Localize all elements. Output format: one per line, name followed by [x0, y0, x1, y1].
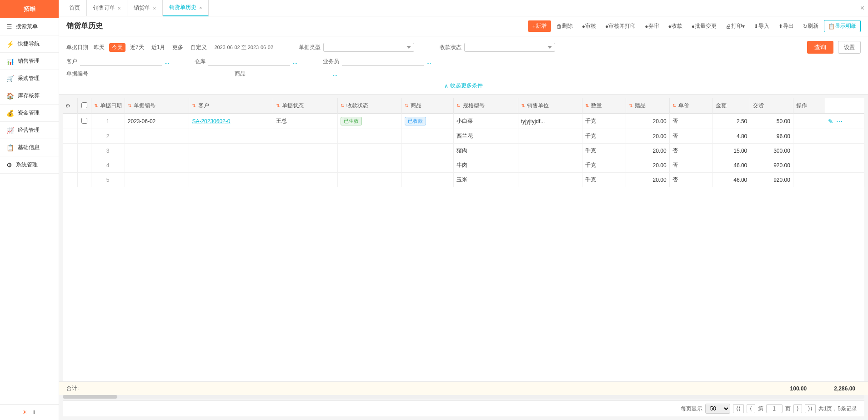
- batch-change-button[interactable]: ● 批量变更: [688, 20, 720, 32]
- batch-change-icon: ●: [692, 23, 695, 30]
- date-btn-yesterday[interactable]: 昨天: [91, 43, 107, 52]
- warehouse-input[interactable]: [208, 57, 290, 66]
- delete-button[interactable]: 🗑 删除: [553, 20, 577, 32]
- scrollbar-thumb[interactable]: [63, 395, 117, 399]
- goods-picker-icon[interactable]: ...: [333, 71, 337, 77]
- col-goods[interactable]: ⇅ 商品: [402, 98, 454, 114]
- cell-checkbox[interactable]: [77, 129, 91, 144]
- settings-gear-icon[interactable]: ⚙: [65, 103, 70, 109]
- cell-customer: [273, 129, 337, 144]
- table-row: 3 猪肉 千克 20.00 否 15.00 300.00: [63, 144, 864, 158]
- query-button[interactable]: 查询: [807, 41, 833, 54]
- sidebar-item-sales-mgmt[interactable]: 📊 销售管理: [0, 53, 59, 70]
- show-detail-button[interactable]: 📋 显示明细: [824, 20, 861, 32]
- close-sales-order-icon[interactable]: ×: [118, 5, 120, 11]
- tab-sales-order[interactable]: 销售订单 ×: [87, 0, 127, 16]
- col-spec[interactable]: ⇅ 规格型号: [454, 98, 518, 114]
- cell-doc-no: [189, 158, 273, 173]
- select-all-checkbox[interactable]: [81, 102, 87, 108]
- warehouse-picker-icon[interactable]: ...: [293, 59, 297, 65]
- col-doc-date[interactable]: ⇅ 单据日期: [91, 98, 125, 114]
- cell-payment-status: 已收款: [402, 114, 454, 129]
- first-page-button[interactable]: ⟨⟨: [733, 404, 744, 413]
- col-sales-unit[interactable]: ⇅ 销售单位: [518, 98, 582, 114]
- close-sales-history-icon[interactable]: ×: [199, 5, 202, 10]
- employee-picker-icon[interactable]: ...: [426, 59, 431, 65]
- sidebar-item-search-menu[interactable]: ☰ 搜索菜单: [0, 18, 59, 35]
- docno-input[interactable]: [91, 70, 209, 78]
- sidebar-bottom-icon2[interactable]: ⏸: [31, 409, 36, 415]
- edit-icon[interactable]: ✎: [828, 118, 833, 125]
- collect-button[interactable]: ● 收款: [665, 20, 686, 32]
- audit-button[interactable]: ● 审核: [578, 20, 600, 32]
- sidebar-item-sys-mgmt[interactable]: ⚙ 系统管理: [0, 156, 59, 174]
- print-button[interactable]: 🖨 打印 ▾: [722, 20, 748, 32]
- col-payment-status[interactable]: ⇅ 收款状态: [337, 98, 401, 114]
- per-page-label: 每页显示: [681, 405, 702, 413]
- cell-checkbox[interactable]: [77, 173, 91, 187]
- prev-page-button[interactable]: ⟨: [747, 404, 755, 413]
- sidebar-item-quick-nav[interactable]: ⚡ 快捷导航: [0, 35, 59, 53]
- col-checkbox: [77, 98, 91, 114]
- date-btn-1month[interactable]: 近1月: [149, 43, 168, 52]
- refresh-button[interactable]: ↻ 刷新: [799, 20, 822, 32]
- more-icon[interactable]: ⋯: [836, 118, 843, 125]
- col-unit-price[interactable]: ⇅ 单价: [669, 98, 713, 114]
- cell-checkbox[interactable]: [77, 158, 91, 173]
- per-page-select[interactable]: 50 20 100: [705, 404, 730, 414]
- settings-button[interactable]: 设置: [838, 41, 861, 54]
- date-btn-custom[interactable]: 自定义: [188, 43, 210, 52]
- sidebar-item-purchase-mgmt[interactable]: 🛒 采购管理: [0, 70, 59, 87]
- customer-picker-icon[interactable]: ...: [165, 59, 169, 65]
- col-customer[interactable]: ⇅ 客户: [189, 98, 273, 114]
- sidebar-item-finance-mgmt[interactable]: 💰 资金管理: [0, 105, 59, 122]
- sidebar-bottom-icon1[interactable]: ☀: [22, 409, 27, 415]
- inventory-icon: 🏠: [6, 92, 14, 100]
- last-page-button[interactable]: ⟩⟩: [805, 404, 816, 413]
- sort-icon: ⇅: [276, 103, 280, 108]
- cell-doc-status: [337, 129, 401, 144]
- cell-checkbox[interactable]: [77, 114, 91, 129]
- col-gift[interactable]: ⇅ 赠品: [626, 98, 669, 114]
- payment-select[interactable]: [464, 43, 555, 52]
- horizontal-scrollbar[interactable]: [63, 395, 864, 399]
- date-btn-today[interactable]: 今天: [109, 43, 125, 52]
- abandon-button[interactable]: ● 弃审: [641, 20, 662, 32]
- cell-checkbox[interactable]: [77, 144, 91, 158]
- collapse-button[interactable]: ∧ 收起更多条件: [66, 82, 861, 90]
- goods-input[interactable]: [248, 70, 330, 78]
- tab-sales-goods[interactable]: 销货单 ×: [127, 0, 162, 16]
- employee-input[interactable]: [342, 57, 424, 66]
- cell-action: [825, 144, 864, 158]
- col-settings[interactable]: ⚙: [63, 98, 77, 114]
- cell-qty: 20.00: [626, 158, 669, 173]
- export-button[interactable]: ⬆ 导出: [775, 20, 798, 32]
- cell-doc-no[interactable]: SA-20230602-0: [189, 114, 273, 129]
- sidebar-item-inventory[interactable]: 🏠 库存核算: [0, 87, 59, 105]
- col-qty[interactable]: ⇅ 数量: [582, 98, 626, 114]
- next-page-button[interactable]: ⟩: [793, 404, 802, 413]
- audit-icon: ●: [582, 23, 585, 30]
- cell-goods: 小白菜: [454, 114, 518, 129]
- date-btn-7days[interactable]: 近7天: [127, 43, 147, 52]
- close-sales-goods-icon[interactable]: ×: [153, 5, 156, 11]
- close-all-tabs-button[interactable]: ×: [860, 4, 864, 12]
- sidebar-item-basic-info[interactable]: 📋 基础信息: [0, 139, 59, 156]
- col-doc-no[interactable]: ⇅ 单据编号: [125, 98, 189, 114]
- current-page-input[interactable]: [766, 404, 783, 413]
- import-button[interactable]: ⬇ 导入: [750, 20, 773, 32]
- filter-row-3: 单据编号 商品 ...: [66, 70, 861, 78]
- audit-print-button[interactable]: ● 审核并打印: [602, 20, 639, 32]
- row-checkbox[interactable]: [81, 118, 87, 124]
- tab-sales-history[interactable]: 销货单历史 ×: [163, 0, 209, 16]
- customer-input[interactable]: [80, 57, 162, 66]
- date-btn-more[interactable]: 更多: [170, 43, 186, 52]
- doc-no-link[interactable]: SA-20230602-0: [192, 118, 230, 125]
- type-select[interactable]: [323, 43, 414, 52]
- col-doc-status[interactable]: ⇅ 单据状态: [273, 98, 337, 114]
- add-button[interactable]: + 新增: [528, 20, 551, 32]
- cell-spec: tyjyjtyjdf...: [518, 114, 582, 129]
- tab-home[interactable]: 首页: [63, 0, 87, 16]
- cell-action: [825, 173, 864, 187]
- sidebar-item-ops-mgmt[interactable]: 📈 经营管理: [0, 122, 59, 139]
